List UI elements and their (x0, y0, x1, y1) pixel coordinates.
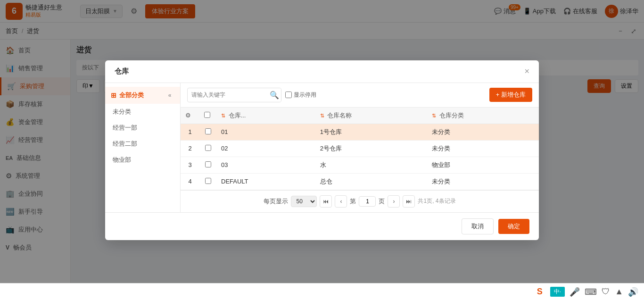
sort-icon-category: ⇅ (432, 113, 436, 118)
row-num: 3 (181, 157, 199, 173)
row-name: 水 (315, 157, 427, 173)
per-page-label: 每页显示 (264, 197, 288, 206)
add-warehouse-button[interactable]: + 新增仓库 (489, 88, 532, 102)
taskbar-volume-icon[interactable]: 🔊 (628, 287, 638, 297)
page-label: 第 (350, 197, 356, 206)
modal-overlay: 仓库 × ⊞ 全部分类 « 未分类 经营一部 经营二部 物业部 (0, 0, 644, 300)
page-unit: 页 (379, 197, 385, 206)
header-category: ⇅ 仓库分类 (427, 108, 539, 124)
row-name: 总仓 (315, 173, 427, 190)
taskbar-keyboard-icon[interactable]: ⌨ (585, 287, 597, 297)
table-row[interactable]: 2 02 2号仓库 未分类 (181, 140, 539, 157)
header-gear[interactable]: ⚙ (181, 108, 199, 124)
row-category: 未分类 (427, 140, 539, 157)
show-disabled-label[interactable]: 显示停用 (285, 91, 316, 99)
search-icon[interactable]: 🔍 (266, 88, 281, 102)
show-disabled-text: 显示停用 (294, 91, 316, 99)
row-check[interactable] (199, 140, 216, 157)
total-info: 共1页, 4条记录 (418, 197, 455, 205)
row-num: 1 (181, 124, 199, 140)
warehouse-modal: 仓库 × ⊞ 全部分类 « 未分类 经营一部 经营二部 物业部 (105, 60, 539, 240)
prev-page-button[interactable]: ‹ (335, 195, 347, 208)
row-check[interactable] (199, 173, 216, 190)
category-item-uncategorized[interactable]: 未分类 (105, 104, 180, 120)
pagination-bar: 每页显示 50 100 200 ⏮ ‹ 第 页 › ⏭ 共1页, 4条记录 (181, 190, 539, 212)
header-name: ⇅ 仓库名称 (315, 108, 427, 124)
category-all-item[interactable]: ⊞ 全部分类 « (105, 87, 180, 104)
per-page-select[interactable]: 50 100 200 (291, 196, 317, 207)
row-category: 未分类 (427, 173, 539, 190)
table-row[interactable]: 4 DEFAULT 总仓 未分类 (181, 173, 539, 190)
row-code: 02 (216, 140, 315, 157)
search-box: 🔍 (187, 88, 281, 102)
row-checkbox[interactable] (205, 128, 211, 134)
table-header: ⚙ ⇅ 仓库... ⇅ 仓库名称 (181, 108, 539, 124)
row-check[interactable] (199, 124, 216, 140)
taskbar-zh-label[interactable]: 中· (550, 287, 565, 297)
table-scroll-area: ⚙ ⇅ 仓库... ⇅ 仓库名称 (181, 108, 539, 190)
category-panel: ⊞ 全部分类 « 未分类 经营一部 经营二部 物业部 (105, 83, 181, 212)
taskbar-mic-icon[interactable]: 🎤 (570, 287, 580, 297)
header-code: ⇅ 仓库... (216, 108, 315, 124)
first-page-button[interactable]: ⏮ (320, 195, 332, 208)
row-category: 物业部 (427, 157, 539, 173)
table-toolbar: 🔍 显示停用 + 新增仓库 (181, 83, 539, 108)
row-checkbox[interactable] (205, 178, 211, 184)
row-name: 2号仓库 (315, 140, 427, 157)
row-code: 03 (216, 157, 315, 173)
category-all-label: 全部分类 (119, 91, 144, 100)
sort-icon-name: ⇅ (320, 113, 324, 118)
table-body: 1 01 1号仓库 未分类 2 (181, 124, 539, 190)
header-check[interactable] (199, 108, 216, 124)
taskbar-s-logo: S (537, 287, 543, 297)
confirm-button[interactable]: 确定 (498, 219, 529, 234)
header-category-label: 仓库分类 (439, 112, 464, 119)
warehouse-table: ⚙ ⇅ 仓库... ⇅ 仓库名称 (181, 108, 539, 190)
taskbar-shield-icon[interactable]: 🛡 (602, 287, 610, 297)
header-name-label: 仓库名称 (327, 112, 352, 119)
row-code: 01 (216, 124, 315, 140)
header-row: ⚙ ⇅ 仓库... ⇅ 仓库名称 (181, 108, 539, 124)
select-all-checkbox[interactable] (204, 112, 210, 118)
row-category: 未分类 (427, 124, 539, 140)
row-num: 4 (181, 173, 199, 190)
modal-close-button[interactable]: × (524, 67, 529, 75)
row-name: 1号仓库 (315, 124, 427, 140)
last-page-button[interactable]: ⏭ (403, 195, 415, 208)
row-checkbox[interactable] (205, 161, 211, 167)
page-number-input[interactable] (359, 196, 376, 207)
table-row[interactable]: 1 01 1号仓库 未分类 (181, 124, 539, 140)
table-panel: 🔍 显示停用 + 新增仓库 ⚙ (181, 83, 539, 212)
modal-body: ⊞ 全部分类 « 未分类 经营一部 经营二部 物业部 🔍 (105, 83, 539, 212)
search-input[interactable] (188, 89, 266, 100)
row-check[interactable] (199, 157, 216, 173)
row-code: DEFAULT (216, 173, 315, 190)
next-page-button[interactable]: › (388, 195, 400, 208)
row-checkbox[interactable] (205, 145, 211, 151)
taskbar: S 中· 🎤 ⌨ 🛡 ▲ 🔊 (0, 283, 644, 300)
sort-icon-code: ⇅ (221, 113, 225, 118)
show-disabled-checkbox[interactable] (285, 92, 292, 98)
collapse-button[interactable]: « (165, 91, 174, 100)
table-row[interactable]: 3 03 水 物业部 (181, 157, 539, 173)
modal-footer: 取消 确定 (105, 212, 539, 240)
category-item-property[interactable]: 物业部 (105, 152, 180, 168)
modal-title: 仓库 (115, 67, 129, 76)
row-num: 2 (181, 140, 199, 157)
modal-header: 仓库 × (105, 60, 539, 83)
cancel-button[interactable]: 取消 (462, 218, 494, 234)
taskbar-arrow-icon[interactable]: ▲ (615, 287, 623, 297)
category-item-dept2[interactable]: 经营二部 (105, 136, 180, 152)
category-item-dept1[interactable]: 经营一部 (105, 120, 180, 136)
category-grid-icon: ⊞ (111, 92, 116, 99)
header-code-label: 仓库... (229, 112, 246, 119)
